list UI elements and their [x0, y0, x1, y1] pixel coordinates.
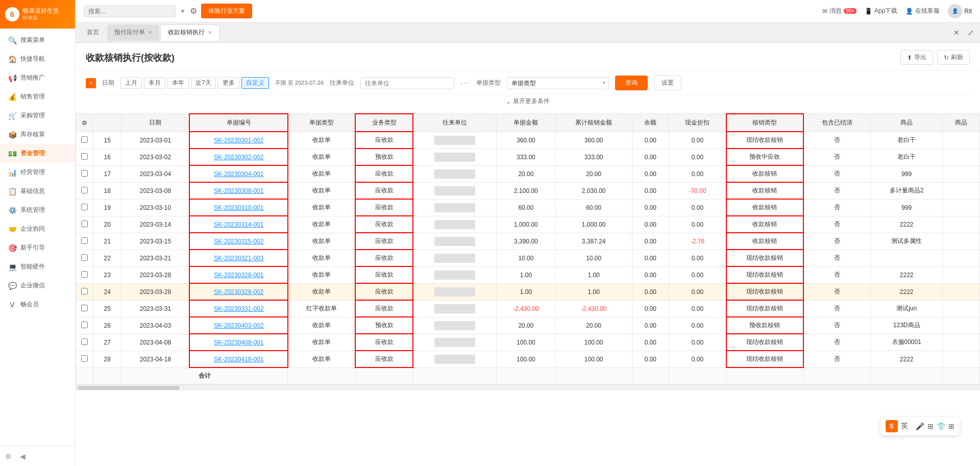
date-custom-btn[interactable]: 自定义 [241, 77, 269, 89]
tab-home[interactable]: 首页 [80, 24, 106, 41]
cell-checkbox[interactable] [76, 149, 93, 165]
filter-settings-button[interactable]: 设置 [654, 76, 681, 90]
solution-button[interactable]: 体验行业方案 [201, 4, 252, 18]
export-button[interactable]: ⬆ 导出 [900, 50, 933, 65]
row-checkbox[interactable] [81, 288, 88, 295]
float-grid-icon[interactable]: ⊞ [927, 422, 934, 430]
row-checkbox[interactable] [81, 338, 88, 345]
cell-checkbox[interactable] [76, 351, 93, 367]
sidebar-item-operation[interactable]: 📊经营管理 [0, 163, 75, 182]
row-checkbox[interactable] [81, 322, 88, 328]
cell-checkbox[interactable] [76, 132, 93, 149]
sidebar-item-marketing[interactable]: 📢营销推广 [0, 68, 75, 87]
doctype-select[interactable]: 单据类型 [507, 77, 609, 89]
row-checkbox[interactable] [81, 271, 88, 278]
doc-no-link[interactable]: SK-20230331-002 [214, 305, 263, 312]
sidebar-settings-icon[interactable]: ⚙ [5, 452, 12, 460]
message-item[interactable]: ✉ 消息 99+ [822, 7, 856, 15]
doc-no-link[interactable]: SK-20230314-001 [214, 221, 263, 228]
row-checkbox[interactable] [81, 305, 88, 311]
cell-checkbox[interactable] [76, 317, 93, 334]
tab-prepay[interactable]: 预付应付单 ✕ [107, 24, 159, 41]
date-this-year-btn[interactable]: 本年 [167, 77, 189, 89]
sidebar-item-enterprise[interactable]: 🤝企业协同 [0, 219, 75, 238]
sidebar-item-basic[interactable]: 📋基础信息 [0, 182, 75, 201]
scrollbar-thumb[interactable] [78, 386, 180, 390]
row-checkbox[interactable] [81, 237, 88, 244]
cell-checkbox[interactable] [76, 199, 93, 216]
cell-checkbox[interactable] [76, 182, 93, 199]
sidebar-item-sales[interactable]: 💰销售管理 [0, 87, 75, 106]
partner-dots-icon[interactable]: ··· [460, 79, 470, 88]
doc-no-link[interactable]: SK-20230304-001 [214, 170, 263, 178]
th-settings[interactable]: ⚙ [76, 114, 93, 132]
tab-collection-close[interactable]: ✕ [208, 30, 212, 35]
topbar-gear-icon[interactable]: ⚙ [190, 6, 197, 16]
date-this-month-btn[interactable]: 本月 [144, 77, 165, 89]
cell-checkbox[interactable] [76, 165, 93, 182]
row-checkbox[interactable] [81, 220, 88, 227]
doc-no-link[interactable]: SK-20230328-002 [214, 288, 263, 296]
sidebar-item-finance[interactable]: 💵资金管理 [0, 144, 75, 163]
doc-no-link[interactable]: SK-20230308-001 [214, 187, 263, 194]
user-avatar-area[interactable]: 👤 Rit [948, 4, 972, 18]
table-scrollbar[interactable] [76, 384, 980, 390]
date-last-month-btn[interactable]: 上月 [120, 77, 142, 89]
doc-no-link[interactable]: SK-20230315-002 [214, 238, 263, 245]
online-service-item[interactable]: 👤 在线客服 [905, 7, 940, 15]
cell-checkbox[interactable] [76, 266, 93, 283]
float-apps-icon[interactable]: ⊞ [948, 422, 954, 430]
row-checkbox[interactable] [81, 153, 88, 160]
row-checkbox[interactable] [81, 136, 88, 143]
row-checkbox[interactable] [81, 254, 88, 261]
cell-checkbox[interactable] [76, 233, 93, 250]
tab-prepay-close[interactable]: ✕ [148, 30, 152, 35]
partner-input[interactable] [360, 77, 454, 89]
cell-checkbox[interactable] [76, 216, 93, 233]
cell-checkbox[interactable] [76, 300, 93, 317]
doc-no-link[interactable]: SK-20230418-001 [214, 356, 263, 363]
sidebar-item-inventory[interactable]: 📦库存核算 [0, 125, 75, 144]
float-mic-icon[interactable]: 🎤 [916, 422, 924, 430]
sidebar-item-wechat[interactable]: 💬企业微信 [0, 276, 75, 295]
footer-offset-type [726, 367, 804, 384]
dropdown-icon[interactable]: ▼ [180, 8, 186, 15]
search-input[interactable] [84, 5, 176, 17]
cell-checkbox[interactable] [76, 283, 93, 300]
sidebar-item-search[interactable]: 🔍搜索菜单 [0, 31, 75, 50]
float-shirt-icon[interactable]: 👕 [937, 422, 945, 430]
tab-collection[interactable]: 收款核销执行 ✕ [160, 24, 219, 41]
sidebar-item-system[interactable]: ⚙️系统管理 [0, 201, 75, 219]
float-text-icon[interactable]: 英 [901, 422, 908, 431]
sidebar-item-quick[interactable]: 🏠快捷导航 [0, 50, 75, 68]
sidebar-item-member[interactable]: V畅会员 [0, 295, 75, 314]
tab-close-all-icon[interactable]: ✕ [951, 27, 962, 39]
tab-expand-icon[interactable]: ⤢ [966, 27, 976, 39]
refresh-button[interactable]: ↻ 刷新 [937, 50, 970, 65]
sidebar-collapse-icon[interactable]: ◀ [20, 452, 26, 460]
doc-no-link[interactable]: SK-20230403-002 [214, 322, 263, 329]
row-checkbox[interactable] [81, 187, 88, 193]
expand-more-button[interactable]: ⌄ 展开更多条件 [506, 97, 550, 106]
doc-no-link[interactable]: SK-20230302-002 [214, 154, 263, 161]
date-7days-btn[interactable]: 近7天 [191, 77, 216, 89]
sidebar-item-guide[interactable]: 🎯新手引导 [0, 238, 75, 257]
app-download-item[interactable]: 📱 App下载 [865, 7, 897, 15]
cell-checkbox[interactable] [76, 250, 93, 266]
row-checkbox[interactable] [81, 355, 88, 362]
row-checkbox[interactable] [81, 204, 88, 210]
cell-offset-type: 收款核销 [726, 182, 804, 199]
cell-include-settled: 否 [803, 165, 870, 182]
doc-no-link[interactable]: SK-20230408-001 [214, 339, 263, 346]
query-button[interactable]: 查询 [615, 76, 648, 90]
doc-no-link[interactable]: SK-20230321-003 [214, 255, 263, 262]
filter-expand-button[interactable]: » [86, 78, 96, 88]
doc-no-link[interactable]: SK-20230301-002 [214, 137, 263, 144]
date-more-btn[interactable]: 更多 [218, 77, 239, 89]
cell-checkbox[interactable] [76, 334, 93, 351]
row-checkbox[interactable] [81, 170, 88, 177]
sidebar-item-hardware[interactable]: 💻智能硬件 [0, 257, 75, 276]
doc-no-link[interactable]: SK-20230310-001 [214, 204, 263, 211]
doc-no-link[interactable]: SK-20230328-001 [214, 272, 263, 279]
sidebar-item-purchase[interactable]: 🛒采购管理 [0, 106, 75, 125]
